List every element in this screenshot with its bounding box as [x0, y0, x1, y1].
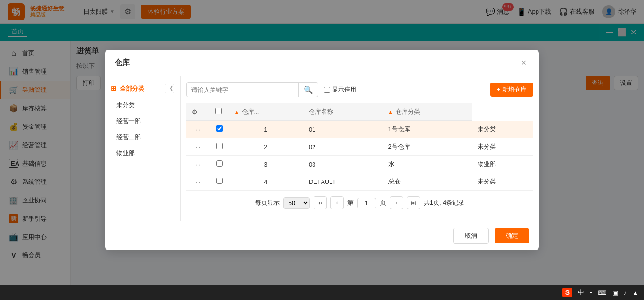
row-name-cell: 水	[383, 156, 472, 173]
row-code-cell: 01	[303, 121, 383, 138]
search-box: 🔍	[186, 82, 318, 97]
first-page-button[interactable]: ⏮	[314, 196, 327, 209]
row-category-cell: 未分类	[472, 173, 533, 191]
modal-body: ⊞ 全部分类 《 未分类 经营一部 经营二部 物业部	[105, 76, 539, 221]
category-item-uncategorized[interactable]: 未分类	[105, 97, 180, 113]
warehouse-modal: 仓库 × ⊞ 全部分类 《 未分类 经营一部 经营二部 物业部	[105, 50, 539, 250]
pagination: 每页显示 50 100 ⏮ ‹ 第 页 › ⏭ 共1页, 4条记录	[186, 191, 533, 215]
row-code-cell: DEFAULT	[303, 173, 383, 191]
modal-title: 仓库	[115, 58, 130, 68]
page-label: 第	[347, 199, 354, 207]
row-check-cell[interactable]	[210, 138, 229, 156]
all-categories-label: 全部分类	[120, 85, 144, 92]
col-header-name: 仓库名称	[303, 103, 383, 121]
row-name-cell: 总仓	[383, 173, 472, 191]
category-item-operations2[interactable]: 经营二部	[105, 129, 180, 145]
row-index-cell: 1	[229, 121, 303, 138]
row-category-cell: 未分类	[472, 121, 533, 138]
row-category-cell: 物业部	[472, 156, 533, 173]
bottombar-dot: •	[590, 289, 592, 296]
bottombar-zh[interactable]: 中	[578, 288, 584, 297]
table-body: ··· 1 01 1号仓库 未分类 ··· 2 02 2号仓库 未分类 ··· …	[186, 121, 533, 191]
page-suffix: 页	[380, 199, 386, 207]
cancel-button[interactable]: 取消	[453, 228, 489, 244]
category-item-property[interactable]: 物业部	[105, 145, 180, 161]
table-header: ⚙ ▲ 仓库... 仓库名称	[186, 103, 533, 121]
modal-close-button[interactable]: ×	[518, 57, 529, 68]
per-page-select[interactable]: 50 100	[283, 197, 310, 209]
row-gear-cell[interactable]: ···	[186, 121, 210, 138]
row-name-cell: 2号仓库	[383, 138, 472, 156]
prev-page-button[interactable]: ‹	[330, 196, 344, 209]
bottombar-screen-icon[interactable]: ▣	[612, 289, 618, 296]
row-index-cell: 2	[229, 138, 303, 156]
show-disabled-checkbox[interactable]: 显示停用	[324, 85, 356, 94]
modal-header: 仓库 ×	[105, 50, 539, 76]
table-wrapper: ⚙ ▲ 仓库... 仓库名称	[186, 103, 533, 191]
table-row[interactable]: ··· 2 02 2号仓库 未分类	[186, 138, 533, 156]
col-header-check	[210, 103, 229, 121]
grid-icon: ⊞	[111, 85, 116, 92]
row-check-cell[interactable]	[210, 121, 229, 138]
bottombar-s-logo: S	[562, 288, 572, 297]
row-checkbox[interactable]	[216, 160, 223, 167]
new-warehouse-button[interactable]: + 新增仓库	[490, 83, 533, 97]
col-header-gear: ⚙	[186, 103, 210, 121]
row-index-cell: 4	[229, 173, 303, 191]
table-row[interactable]: ··· 3 03 水 物业部	[186, 156, 533, 173]
col-header-category: ▲ 仓库分类	[383, 103, 472, 121]
row-category-cell: 未分类	[472, 138, 533, 156]
category-sidebar: ⊞ 全部分类 《 未分类 经营一部 经营二部 物业部	[105, 76, 181, 221]
row-gear-cell[interactable]: ···	[186, 173, 210, 191]
table-toolbar: 🔍 显示停用 + 新增仓库	[186, 82, 533, 97]
row-code-cell: 02	[303, 138, 383, 156]
search-button[interactable]: 🔍	[298, 83, 318, 97]
row-gear-cell[interactable]: ···	[186, 138, 210, 156]
row-name-cell: 1号仓库	[383, 121, 472, 138]
bottombar-keyboard-icon[interactable]: ⌨	[598, 289, 607, 296]
confirm-button[interactable]: 确定	[495, 228, 529, 243]
row-checkbox[interactable]	[216, 125, 223, 132]
modal-overlay: 仓库 × ⊞ 全部分类 《 未分类 经营一部 经营二部 物业部	[0, 0, 644, 300]
modal-footer: 取消 确定	[105, 221, 539, 250]
row-code-cell: 03	[303, 156, 383, 173]
row-checkbox[interactable]	[216, 178, 223, 184]
last-page-button[interactable]: ⏭	[407, 196, 420, 209]
category-item-operations1[interactable]: 经营一部	[105, 113, 180, 129]
all-categories-header[interactable]: ⊞ 全部分类 《	[105, 80, 180, 97]
per-page-label: 每页显示	[255, 199, 280, 207]
show-disabled-input[interactable]	[324, 87, 330, 93]
bottombar: S 中 • ⌨ ▣ ♪ ▲	[0, 285, 644, 300]
row-checkbox[interactable]	[216, 143, 223, 149]
row-gear-cell[interactable]: ···	[186, 156, 210, 173]
row-index-cell: 3	[229, 156, 303, 173]
table-row[interactable]: ··· 1 01 1号仓库 未分类	[186, 121, 533, 138]
sort-icon-category: ▲	[388, 109, 393, 115]
warehouse-table: ⚙ ▲ 仓库... 仓库名称	[186, 103, 533, 191]
page-number-input[interactable]	[357, 198, 376, 208]
next-page-button[interactable]: ›	[390, 196, 403, 209]
total-records: 共1页, 4条记录	[424, 199, 465, 207]
row-check-cell[interactable]	[210, 156, 229, 173]
search-input[interactable]	[187, 83, 298, 96]
row-check-cell[interactable]	[210, 173, 229, 191]
bottombar-music-icon[interactable]: ♪	[624, 289, 627, 296]
table-area: 🔍 显示停用 + 新增仓库 ⚙	[181, 76, 539, 221]
table-row[interactable]: ··· 4 DEFAULT 总仓 未分类	[186, 173, 533, 191]
bottombar-arrow-icon[interactable]: ▲	[632, 289, 638, 296]
show-disabled-label: 显示停用	[332, 85, 356, 94]
sort-icon-code: ▲	[234, 109, 239, 115]
col-header-code: ▲ 仓库...	[229, 103, 303, 121]
collapse-button[interactable]: 《	[165, 84, 174, 93]
select-all-checkbox[interactable]	[215, 108, 222, 114]
